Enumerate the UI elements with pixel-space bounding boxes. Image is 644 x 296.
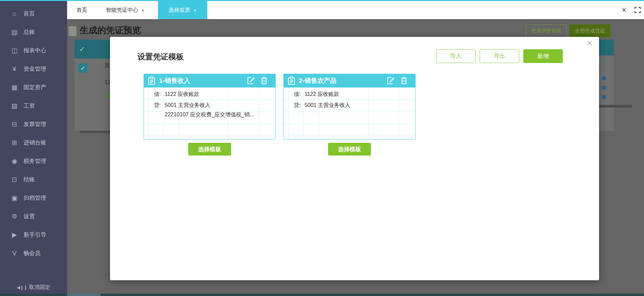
choose-template-button-1[interactable]: 选择模板 — [188, 143, 231, 156]
choose-template-button-2[interactable]: 选择模板 — [328, 143, 371, 156]
grid-line — [144, 124, 275, 124]
app-window: ⌂首页 ▤总账 ◫报表中心 ¥资金管理 ▦固定资产 ▧工资 ⊟发票管理 ⊞进销台… — [0, 0, 644, 296]
tab-close-icon[interactable]: × — [142, 7, 145, 13]
select-all-checkbox[interactable]: ✓ — [79, 45, 85, 54]
sidebar-item-home[interactable]: ⌂首页 — [0, 4, 67, 23]
invoice-icon: ⊟ — [10, 120, 19, 128]
template-card-1: 1-销售收入 借:1122 应收账款 贷:5001 主营业务收 — [144, 74, 276, 139]
check-icon: ✓ — [80, 64, 86, 72]
collapse-panel-button[interactable]: 〈 — [68, 26, 76, 36]
closing-icon: ⊡ — [10, 176, 19, 183]
entry-account: 1122 应收账款 — [305, 91, 339, 98]
entry-side-label: 贷: — [154, 102, 161, 109]
clipboard-icon — [287, 76, 296, 85]
sidebar-item-tax-management[interactable]: ◉税务管理 — [0, 152, 67, 170]
sidebar-item-funds[interactable]: ¥资金管理 — [0, 60, 67, 78]
tab-bar: 首页 智能凭证中心 × 选择发票 × — [67, 1, 644, 19]
delete-template-icon[interactable] — [261, 77, 268, 84]
row-action-dot-icon — [602, 85, 606, 90]
sidebar-item-fixed-assets[interactable]: ▦固定资产 — [0, 78, 67, 97]
export-button[interactable]: 导出 — [480, 49, 519, 63]
template-card-header: 2-销售农产品 — [283, 74, 416, 87]
home-icon: ⌂ — [10, 10, 19, 17]
grid-line — [259, 87, 259, 139]
sidebar-item-invoice-management[interactable]: ⊟发票管理 — [0, 115, 67, 133]
sidebar-item-archive[interactable]: ▣归档管理 — [0, 189, 67, 207]
sidebar-item-report-center[interactable]: ◫报表中心 — [0, 41, 67, 60]
dialog-close-icon[interactable]: × — [587, 38, 592, 49]
import-button[interactable]: 导入 — [436, 49, 476, 63]
window-close-button[interactable]: × — [617, 1, 631, 19]
button-label: 全部生成凭证 — [575, 28, 605, 34]
row-action-dot-icon — [602, 95, 606, 99]
general-ledger-icon: ▤ — [10, 28, 19, 36]
button-label: 选择模板 — [198, 145, 221, 153]
tab-home[interactable]: 首页 — [67, 1, 97, 19]
tab-select-invoice[interactable]: 选择发票 × — [158, 1, 207, 19]
horizontal-scrollbar[interactable] — [0, 294, 644, 296]
row-checkbox-checked[interactable]: ✓ — [78, 63, 88, 73]
grid-line — [284, 124, 415, 124]
row-action-dot-icon — [602, 76, 606, 80]
entry-side-label: 借: — [294, 91, 301, 98]
button-label: 选择模板 — [338, 145, 361, 153]
sidebar-item-salary[interactable]: ▧工资 — [0, 97, 67, 115]
background-right-panel: ≣ — [599, 55, 614, 104]
entry-account: 5001 主营业务收入 — [305, 102, 350, 109]
entry-side-label: 贷: — [294, 102, 301, 109]
funds-icon: ¥ — [10, 65, 19, 73]
sidebar-item-label: 归档管理 — [23, 194, 46, 202]
settings-icon: ⚙ — [10, 213, 19, 220]
delete-template-icon[interactable] — [400, 77, 408, 84]
dialog-title: 设置凭证模板 — [138, 52, 184, 62]
generate-all-vouchers-button[interactable]: 全部生成凭证 — [570, 24, 610, 37]
sidebar-item-purchase-sales[interactable]: ⊞进销台账 — [0, 133, 67, 152]
sidebar-item-label: 发票管理 — [23, 120, 46, 128]
sidebar-item-label: 工资 — [23, 102, 35, 110]
collapse-pin-icon: ◀❙❙ — [17, 285, 28, 290]
grid-line — [144, 136, 275, 136]
entry-side-label: 借: — [154, 91, 161, 98]
button-label: 新增 — [537, 52, 549, 60]
tab-smart-voucher-center[interactable]: 智能凭证中心 × — [97, 1, 154, 19]
sidebar-item-label: 固定资产 — [23, 83, 46, 91]
template-card-2: 2-销售农产品 借:1122 应收账款 贷:5001 主营业务 — [283, 74, 416, 139]
sidebar-item-beginner-guide[interactable]: ▶新手引导 — [0, 226, 67, 244]
tab-label: 选择发票 — [169, 7, 190, 14]
entry-account: 22210107 应交税费_应交增值税_销... — [165, 111, 254, 118]
archive-icon: ▣ — [10, 194, 19, 202]
fixed-assets-icon: ▦ — [10, 83, 19, 91]
grid-line — [284, 112, 415, 112]
salary-icon: ▧ — [10, 102, 19, 110]
sidebar-item-label: 进销台账 — [23, 139, 46, 146]
edit-template-icon[interactable] — [387, 77, 395, 84]
close-icon: × — [622, 6, 626, 14]
sidebar-item-member[interactable]: V畅会员 — [0, 244, 67, 262]
purchase-sales-icon: ⊞ — [10, 139, 19, 146]
tab-label: 智能凭证中心 — [106, 7, 138, 14]
entry-account: 5001 主营业务收入 — [165, 102, 210, 109]
sidebar-item-label: 首页 — [23, 10, 35, 17]
unpin-label: 取消固定 — [29, 284, 50, 290]
grid-line — [398, 87, 399, 139]
tab-close-icon[interactable]: × — [194, 7, 197, 13]
add-template-button[interactable]: 新增 — [523, 49, 563, 63]
unpin-sidebar-button[interactable]: ◀❙❙取消固定 — [0, 284, 67, 291]
batch-adjust-template-button[interactable]: 批量调整模板 — [526, 24, 567, 37]
grid-line — [288, 87, 289, 139]
template-card-header: 1-销售收入 — [144, 74, 276, 87]
template-card-title: 1-销售收入 — [159, 76, 190, 85]
sidebar-item-settings[interactable]: ⚙设置 — [0, 207, 67, 226]
row-invoice-text: 发票 — [105, 62, 110, 69]
sidebar: ⌂首页 ▤总账 ◫报表中心 ¥资金管理 ▦固定资产 ▧工资 ⊟发票管理 ⊞进销台… — [0, 1, 67, 294]
grid-line — [303, 87, 303, 139]
template-card-body: 借:1122 应收账款 贷:5001 主营业务收入 — [283, 87, 416, 139]
sidebar-item-label: 畅会员 — [23, 249, 41, 257]
sidebar-item-closing[interactable]: ⊡结账 — [0, 170, 67, 189]
edit-template-icon[interactable] — [247, 77, 255, 84]
sidebar-item-general-ledger[interactable]: ▤总账 — [0, 23, 67, 41]
horizontal-scrollbar-thumb[interactable] — [67, 294, 101, 296]
window-fullscreen-button[interactable] — [631, 1, 644, 19]
button-label: 导入 — [450, 52, 462, 60]
template-card-title: 2-销售农产品 — [299, 76, 336, 85]
